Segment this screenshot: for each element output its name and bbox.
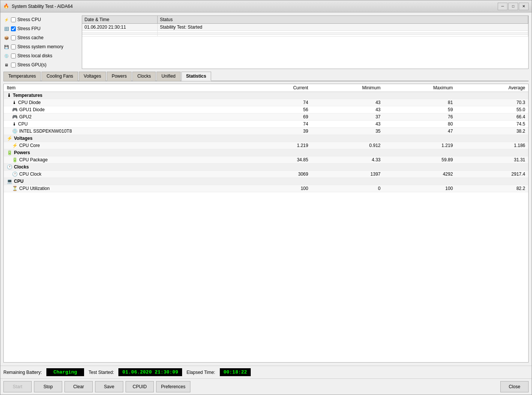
stress-icon-memory: 💾: [3, 44, 9, 50]
item-minimum: 35: [311, 128, 383, 135]
stress-icon-gpu: 🖥: [3, 62, 9, 68]
clear-button[interactable]: Clear: [64, 381, 93, 392]
item-name: 🌡CPU Diode: [4, 99, 239, 106]
test-started-value: 01.06.2020 21:30:09: [118, 368, 182, 376]
item-current: 1.219: [239, 142, 311, 149]
stress-option-cache: 📦 Stress cache: [3, 34, 79, 42]
stress-option-disk: 💿 Stress local disks: [3, 52, 79, 60]
stress-icon-cache: 📦: [3, 35, 9, 41]
stress-option-cpu: ⚡ Stress CPU: [3, 15, 79, 24]
item-name: 🔋CPU Package: [4, 156, 239, 164]
stats-group-row: 🕐Clocks: [4, 164, 528, 171]
stats-item-row: ⏳CPU Utilization 100 0 100 82.2: [4, 185, 528, 192]
close-button[interactable]: Close: [500, 381, 529, 392]
tab-cooling-fans[interactable]: Cooling Fans: [41, 72, 78, 81]
item-average: 74.5: [456, 121, 528, 128]
log-cell-status: Stability Test: Started: [158, 24, 528, 31]
item-maximum: 76: [383, 113, 456, 121]
minimize-button[interactable]: ─: [498, 3, 507, 10]
stress-label-fpu: Stress FPU: [17, 26, 40, 31]
tab-statistics[interactable]: Statistics: [181, 72, 211, 81]
item-minimum: 0: [311, 185, 383, 192]
item-average: 55.0: [456, 106, 528, 113]
battery-label: Remaining Battery:: [3, 370, 42, 375]
main-window: 🔥 System Stability Test - AIDA64 ─ □ ✕ ⚡…: [0, 0, 532, 395]
item-average: 1.186: [456, 142, 528, 149]
stress-checkbox-memory[interactable]: [11, 44, 16, 49]
log-cell-datetime: 01.06.2020 21:30:11: [82, 24, 158, 31]
item-maximum: 1.219: [383, 142, 456, 149]
item-average: 2917.4: [456, 171, 528, 178]
log-panel: Date & Time Status 01.06.2020 21:30:11 S…: [82, 15, 529, 69]
item-name: 🌡CPU: [4, 121, 239, 128]
item-maximum: 59.89: [383, 156, 456, 164]
stats-item-row: 🎮GPU1 Diode 56 43 59 55.0: [4, 106, 528, 113]
item-name: 💿INTEL SSDPEKNW010T8: [4, 128, 239, 135]
stress-option-fpu: 🔢 Stress FPU: [3, 24, 79, 33]
tab-unified[interactable]: Unified: [156, 72, 180, 81]
stress-checkbox-fpu[interactable]: [11, 26, 16, 31]
item-average: 38.2: [456, 128, 528, 135]
content-area: ⚡ Stress CPU 🔢 Stress FPU 📦 Stress cache…: [0, 12, 532, 366]
tab-bar: TemperaturesCooling FansVoltagesPowersCl…: [3, 71, 529, 81]
title-bar: 🔥 System Stability Test - AIDA64 ─ □ ✕: [0, 0, 532, 12]
item-name: ⏳CPU Utilization: [4, 185, 239, 192]
item-average: 31.31: [456, 156, 528, 164]
log-cell-datetime: [82, 31, 158, 32]
tab-temperatures[interactable]: Temperatures: [3, 72, 41, 81]
item-minimum: 4.33: [311, 156, 383, 164]
log-cell-status: [158, 35, 528, 36]
item-current: 34.85: [239, 156, 311, 164]
stress-checkbox-gpu[interactable]: [11, 63, 16, 67]
log-cell-status: [158, 31, 528, 32]
col-maximum: Maximum: [383, 84, 456, 92]
item-minimum: 0.912: [311, 142, 383, 149]
stats-group-row: ⚡Voltages: [4, 135, 528, 142]
app-icon: 🔥: [3, 3, 9, 9]
log-rows: 01.06.2020 21:30:11 Stability Test: Star…: [82, 24, 528, 37]
log-header: Date & Time Status: [82, 16, 528, 24]
item-minimum: 43: [311, 121, 383, 128]
stop-button[interactable]: Stop: [34, 381, 62, 392]
item-minimum: 43: [311, 99, 383, 106]
stress-checkbox-cpu[interactable]: [11, 17, 16, 22]
item-maximum: 81: [383, 99, 456, 106]
stats-item-row: 🌡CPU Diode 74 43 81 70.3: [4, 99, 528, 106]
item-average: 82.2: [456, 185, 528, 192]
window-controls: ─ □ ✕: [498, 3, 529, 10]
stats-body: 🌡Temperatures 🌡CPU Diode 74 43 81 70.3 🎮…: [4, 92, 528, 192]
stress-checkbox-disk[interactable]: [11, 54, 16, 58]
save-button[interactable]: Save: [95, 381, 123, 392]
group-label: 🔋Powers: [4, 149, 239, 156]
item-average: 66.4: [456, 113, 528, 121]
stats-item-row: ⚡CPU Core 1.219 0.912 1.219 1.186: [4, 142, 528, 149]
stress-icon-disk: 💿: [3, 53, 9, 59]
item-minimum: 1397: [311, 171, 383, 178]
window-title: System Stability Test - AIDA64: [12, 4, 498, 9]
restore-button[interactable]: □: [508, 3, 518, 10]
item-maximum: 59: [383, 106, 456, 113]
start-button[interactable]: Start: [3, 381, 32, 392]
item-maximum: 47: [383, 128, 456, 135]
item-maximum: 4292: [383, 171, 456, 178]
item-current: 74: [239, 99, 311, 106]
col-current: Current: [239, 84, 311, 92]
stats-table-container[interactable]: Item Current Minimum Maximum Average 🌡Te…: [3, 84, 529, 363]
close-window-button[interactable]: ✕: [519, 3, 529, 10]
log-col-status: Status: [158, 16, 528, 23]
stats-group-row: 🌡Temperatures: [4, 92, 528, 99]
stats-item-row: 🔋CPU Package 34.85 4.33 59.89 31.31: [4, 156, 528, 164]
elapsed-value: 00:18:22: [220, 368, 251, 376]
tab-powers[interactable]: Powers: [107, 72, 132, 81]
stats-group-row: 💻CPU: [4, 178, 528, 185]
tab-voltages[interactable]: Voltages: [79, 72, 106, 81]
stats-item-row: 🕐CPU Clock 3069 1397 4292 2917.4: [4, 171, 528, 178]
stress-option-gpu: 🖥 Stress GPU(s): [3, 61, 79, 69]
stress-checkbox-cache[interactable]: [11, 35, 16, 40]
preferences-button[interactable]: Preferences: [156, 381, 190, 392]
tab-clocks[interactable]: Clocks: [132, 72, 156, 81]
item-name: 🕐CPU Clock: [4, 171, 239, 178]
group-label: 🌡Temperatures: [4, 92, 239, 99]
cpuid-button[interactable]: CPUID: [126, 381, 154, 392]
stress-label-gpu: Stress GPU(s): [17, 62, 46, 67]
